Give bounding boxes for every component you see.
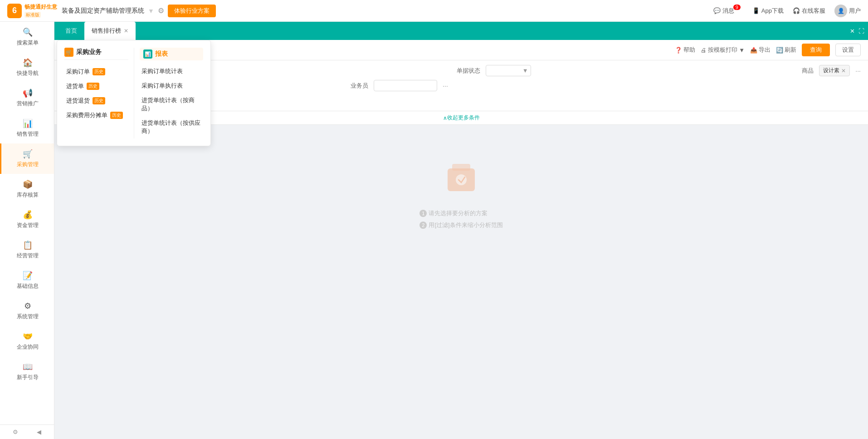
salesman-label: 业务员 (351, 82, 368, 90)
sidebar-item-system[interactable]: ⚙ 系统管理 (0, 296, 54, 326)
tab-expand-btn[interactable]: ⛶ (858, 28, 864, 35)
product-more-btn[interactable]: ··· (855, 67, 861, 74)
sidebar-item-purchase[interactable]: 🛒 采购管理 (0, 143, 54, 174)
query-btn[interactable]: 查询 (802, 44, 830, 56)
report-col-title: 📊 报表 (140, 48, 204, 60)
system-icon: ⚙ (24, 301, 31, 311)
svg-point-2 (456, 174, 467, 185)
menu-item-purchase-cost[interactable]: 采购费用分摊单 历史 (64, 108, 128, 123)
sidebar: 🔍 搜索菜单 🏠 快捷导航 📢 营销推广 📊 销售管理 🛒 采购管理 📦 库存核… (0, 22, 54, 439)
salesman-input[interactable] (374, 80, 437, 91)
sidebar-settings-btn[interactable]: ⚙ (13, 429, 18, 435)
sidebar-item-finance[interactable]: 💰 资金管理 (0, 204, 54, 235)
app-download-btn[interactable]: 📱 App下载 (752, 7, 784, 15)
tab-window-close-btn[interactable]: ✕ (850, 28, 855, 35)
tab-bar: 首页 销售排行榜 ✕ ✕ ⛶ (54, 22, 868, 40)
empty-hints: 1 请先选择要分析的方案 2 用[过滤]条件来缩小分析范围 (419, 207, 502, 231)
logo-tag: 标准版 (24, 12, 41, 18)
messages-btn[interactable]: 💬 消息 9 (713, 7, 743, 15)
user-btn[interactable]: 👤 用户 (834, 5, 861, 17)
collapse-icon: ∧ (443, 115, 447, 121)
sidebar-bottom: ⚙ ◀ (0, 424, 54, 439)
sidebar-item-sales[interactable]: 📊 销售管理 (0, 113, 54, 143)
purchase-dropdown-menu: 🛒 采购业务 采购订单 历史 进货单 历史 进货退货 历史 采购费用分摊单 历史 (57, 40, 211, 146)
salesman-more-btn[interactable]: ··· (443, 82, 448, 89)
finance-icon: 💰 (23, 210, 33, 220)
tab-right-buttons: ✕ ⛶ (850, 28, 864, 35)
purchase-col-title: 🛒 采购业务 (64, 48, 128, 60)
sidebar-item-marketing[interactable]: 📢 营销推广 (0, 83, 54, 113)
report-col-icon: 📊 (143, 49, 152, 59)
tab-home[interactable]: 首页 (58, 22, 84, 40)
home-icon: 🏠 (23, 58, 33, 68)
top-right-area: 💬 消息 9 📱 App下载 🎧 在线客服 👤 用户 (713, 5, 861, 17)
product-tag-close[interactable]: ✕ (841, 68, 846, 74)
guide-icon: 📖 (23, 362, 33, 372)
product-tag: 设计素 ✕ (819, 65, 850, 76)
sidebar-item-enterprise[interactable]: 🤝 企业协同 (0, 326, 54, 356)
print-icon: 🖨 (701, 47, 707, 54)
empty-illustration (439, 155, 484, 200)
menu-item-stock-return[interactable]: 进货退货 历史 (64, 94, 128, 108)
purchase-col-icon: 🛒 (64, 48, 73, 57)
help-btn[interactable]: ❓ 帮助 (675, 46, 695, 54)
dropdown-cols: 🛒 采购业务 采购订单 历史 进货单 历史 进货退货 历史 采购费用分摊单 历史 (64, 48, 203, 138)
basicinfo-icon: 📝 (23, 271, 33, 281)
sales-icon: 📊 (23, 118, 33, 128)
online-service-btn[interactable]: 🎧 在线客服 (793, 7, 825, 15)
svg-rect-1 (452, 164, 470, 171)
system-title-area: 装备及固定资产辅助管理系统 ▼ ⚙ 体验行业方案 (62, 5, 713, 17)
industry-btn[interactable]: 体验行业方案 (168, 5, 216, 17)
print-btn[interactable]: 🖨 按模板打印 ▼ (701, 46, 745, 54)
purchase-icon: 🛒 (23, 149, 33, 159)
history-badge-2: 历史 (93, 97, 105, 104)
logo-area: 6 畅捷通好生意 标准版 (7, 3, 62, 18)
help-icon: ❓ (675, 47, 682, 54)
export-icon: 📤 (750, 47, 757, 54)
settings-icon[interactable]: ⚙ (158, 6, 164, 15)
marketing-icon: 📢 (23, 88, 33, 98)
operations-icon: 📋 (23, 240, 33, 250)
menu-item-purchase-order[interactable]: 采购订单 历史 (64, 64, 128, 79)
print-dropdown-icon: ▼ (739, 47, 745, 54)
message-icon: 💬 (713, 7, 721, 14)
sidebar-item-inventory[interactable]: 📦 库存核算 (0, 174, 54, 204)
history-badge-3: 历史 (110, 112, 123, 119)
status-label: 单据状态 (457, 67, 480, 75)
message-badge: 9 (733, 5, 741, 10)
sidebar-collapse-btn[interactable]: ◀ (37, 429, 41, 435)
sidebar-item-basic-info[interactable]: 📝 基础信息 (0, 265, 54, 296)
sidebar-item-guide[interactable]: 📖 新手引导 (0, 356, 54, 387)
menu-item-stock-stat-supplier[interactable]: 进货单统计表（按供应商） (140, 116, 204, 138)
report-col: 📊 报表 采购订单统计表 采购订单执行表 进货单统计表（按商品） 进货单统计表（… (140, 48, 204, 138)
phone-icon: 📱 (752, 7, 760, 14)
tab-close-btn[interactable]: ✕ (124, 28, 128, 34)
sidebar-item-quick-nav[interactable]: 🏠 快捷导航 (0, 52, 54, 83)
refresh-btn[interactable]: 🔄 刷新 (776, 46, 796, 54)
status-select[interactable] (486, 65, 531, 76)
export-btn[interactable]: 📤 导出 (750, 46, 770, 54)
col-divider (134, 48, 134, 138)
topbar: 6 畅捷通好生意 标准版 装备及固定资产辅助管理系统 ▼ ⚙ 体验行业方案 💬 … (0, 0, 868, 22)
logo-icon: 6 (7, 4, 22, 18)
inventory-icon: 📦 (23, 179, 33, 189)
headset-icon: 🎧 (793, 7, 800, 14)
menu-item-stock-in[interactable]: 进货单 历史 (64, 79, 128, 94)
tab-sales-ranking[interactable]: 销售排行榜 ✕ (84, 22, 136, 40)
menu-item-purchase-order-stat[interactable]: 采购订单统计表 (140, 64, 204, 79)
avatar: 👤 (834, 5, 847, 17)
menu-item-stock-stat-product[interactable]: 进货单统计表（按商品） (140, 93, 204, 116)
system-title-text: 装备及固定资产辅助管理系统 (62, 7, 144, 15)
history-badge-0: 历史 (93, 68, 105, 75)
sidebar-item-operations[interactable]: 📋 经营管理 (0, 235, 54, 265)
product-label: 商品 (802, 67, 814, 75)
logo-text: 畅捷通好生意 标准版 (24, 3, 57, 18)
menu-item-purchase-order-exec[interactable]: 采购订单执行表 (140, 79, 204, 93)
purchase-col: 🛒 采购业务 采购订单 历史 进货单 历史 进货退货 历史 采购费用分摊单 历史 (64, 48, 128, 138)
enterprise-icon: 🤝 (23, 331, 33, 341)
setting-btn[interactable]: 设置 (835, 44, 861, 56)
refresh-icon: 🔄 (776, 47, 783, 54)
sidebar-item-search-menu[interactable]: 🔍 搜索菜单 (0, 22, 54, 52)
history-badge-1: 历史 (87, 83, 99, 90)
search-icon: 🔍 (23, 27, 33, 37)
